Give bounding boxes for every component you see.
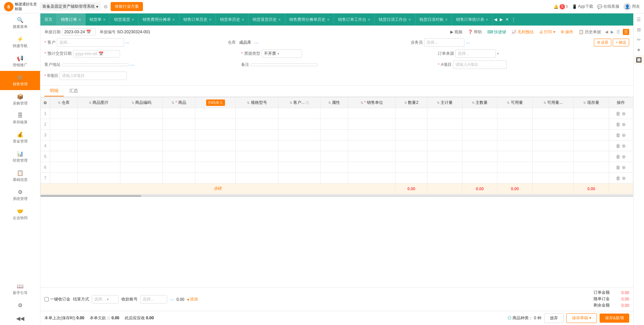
nav-prev-icon[interactable]: ◀: [605, 30, 608, 34]
tab-sales-slip[interactable]: 销货单 ✕: [85, 13, 110, 26]
sidebar-item-enterprise[interactable]: 🤝 企业协同: [0, 205, 40, 224]
row-3-attribute[interactable]: [320, 130, 348, 140]
row-6-warehouse[interactable]: [50, 162, 78, 173]
row-2-product[interactable]: [163, 119, 195, 130]
row-6-unit[interactable]: [348, 162, 395, 173]
tab-sales-order[interactable]: 销售订单 ✕: [57, 13, 85, 26]
scrollbar-track[interactable]: [40, 195, 633, 197]
delete-icon[interactable]: 🗑: [616, 154, 620, 159]
tab-nav-close[interactable]: ✕: [504, 17, 510, 22]
row-6-qty2[interactable]: [395, 162, 427, 173]
tab-close-icon[interactable]: ✕: [278, 18, 281, 22]
profit-btn[interactable]: 📈 毛利预估: [510, 29, 535, 36]
row-4-customer-code[interactable]: [278, 140, 320, 151]
account-more-icon[interactable]: ···: [170, 297, 174, 302]
sidebar-item-quick-nav[interactable]: ⚡ 快捷导航: [0, 33, 40, 52]
sidebar-item-basic-info[interactable]: 📋 基础信息: [0, 166, 40, 186]
row-2-stock[interactable]: [574, 119, 609, 130]
tab-detail[interactable]: 明细: [44, 86, 64, 96]
row-1-qty2[interactable]: [395, 108, 427, 119]
row-2-unit[interactable]: [348, 119, 395, 130]
tab-order-workspace[interactable]: 销售订单工作台 ✕: [334, 13, 375, 26]
copy-icon[interactable]: ⊕: [622, 132, 626, 138]
delete-icon[interactable]: 🗑: [616, 165, 620, 170]
row-4-image[interactable]: [78, 140, 120, 151]
tab-order-stats[interactable]: 销售订单统计表 ✕: [452, 13, 493, 26]
row-7-qty2[interactable]: [395, 173, 427, 184]
row-4-main-qty[interactable]: [462, 140, 497, 151]
delivery-cal-icon[interactable]: 📅: [99, 51, 104, 56]
row-1-main-qty[interactable]: [462, 108, 497, 119]
row-6-main-qty[interactable]: [462, 162, 497, 173]
row-5-customer-code[interactable]: [278, 151, 320, 162]
row-3-customer-code[interactable]: [278, 130, 320, 140]
row-3-spec[interactable]: [236, 130, 278, 140]
order-source-input[interactable]: 选择...: [455, 49, 496, 58]
right-panel-btn-3[interactable]: ✏: [634, 35, 644, 44]
row-7-available[interactable]: [497, 173, 532, 184]
sidebar-item-inventory[interactable]: 🗄 库存核算: [0, 109, 40, 128]
online-service-btn[interactable]: 💬 在线客服: [597, 4, 619, 9]
row-2-code[interactable]: [120, 119, 162, 130]
sidebar-item-operations[interactable]: 📊 经营管理: [0, 147, 40, 166]
sidebar-collapse-btn[interactable]: ◀◀: [0, 312, 40, 325]
tab-close-icon[interactable]: ✕: [445, 18, 448, 22]
copy-icon[interactable]: ⊕: [622, 154, 626, 159]
row-6-code[interactable]: [120, 162, 162, 173]
row-1-stock[interactable]: [574, 108, 609, 119]
row-1-code[interactable]: [120, 108, 162, 119]
row-5-warehouse[interactable]: [50, 151, 78, 162]
save-new-btn[interactable]: 保存&新增: [600, 314, 629, 323]
right-panel-btn-4[interactable]: ★: [634, 45, 644, 54]
row-2-customer-code[interactable]: [278, 119, 320, 130]
row-6-customer-code[interactable]: [278, 162, 320, 173]
row-1-main-unit[interactable]: [427, 108, 462, 119]
row-5-main-unit[interactable]: [427, 151, 462, 162]
invoice-select[interactable]: 不开票 ▾: [262, 49, 302, 58]
row-3-code[interactable]: [120, 130, 162, 140]
row-2-warehouse[interactable]: [50, 119, 78, 130]
delete-icon[interactable]: 🗑: [616, 122, 620, 127]
row-5-unit[interactable]: [348, 151, 395, 162]
row-3-available[interactable]: [497, 130, 532, 140]
tab-daily-workspace[interactable]: 钱货日清工作台 ✕: [375, 13, 415, 26]
copy-icon[interactable]: ⊕: [622, 175, 626, 181]
row-4-code[interactable]: [120, 140, 162, 151]
sidebar-item-marketing[interactable]: 📢 营销推广: [0, 52, 40, 71]
row-1-unit[interactable]: [348, 108, 395, 119]
row-1-warehouse[interactable]: [50, 108, 78, 119]
row-1-customer-code[interactable]: [278, 108, 320, 119]
row-2-qty2[interactable]: [395, 119, 427, 130]
row-5-attribute[interactable]: [320, 151, 348, 162]
delete-icon[interactable]: 🗑: [616, 132, 620, 138]
row-6-spec[interactable]: [236, 162, 278, 173]
row-1-available2[interactable]: [532, 108, 574, 119]
row-1-available[interactable]: [497, 108, 532, 119]
row-5-product[interactable]: [163, 151, 195, 162]
scan-btn[interactable]: 扫码录入: [206, 99, 225, 106]
copy-icon[interactable]: ⊕: [622, 165, 626, 170]
sidebar-settings-btn[interactable]: ⚙: [0, 299, 40, 312]
right-panel-btn-2[interactable]: ⊞: [634, 25, 644, 34]
delete-icon[interactable]: 🗑: [616, 175, 620, 181]
tab-nav-menu[interactable]: ⋮: [510, 17, 517, 22]
row-6-available[interactable]: [497, 162, 532, 173]
row-2-spec[interactable]: [236, 119, 278, 130]
copy-icon[interactable]: ⊕: [622, 143, 626, 149]
grid-view-icon[interactable]: ☰: [616, 30, 620, 34]
right-panel-btn-1[interactable]: ☰: [634, 15, 644, 24]
system-title[interactable]: 装备及固定资产辅助管理系统 ▾: [40, 2, 101, 11]
app-download-btn[interactable]: 📱 App下载: [572, 4, 593, 9]
row-6-attribute[interactable]: [320, 162, 348, 173]
industry-btn[interactable]: 体验行业方案: [111, 2, 143, 11]
sidebar-item-sales[interactable]: 🛒 销售管理: [0, 71, 40, 90]
row-7-main-unit[interactable]: [427, 173, 462, 184]
row-5-available[interactable]: [497, 151, 532, 162]
tab-close-icon[interactable]: ✕: [241, 18, 244, 22]
row-1-attribute[interactable]: [320, 108, 348, 119]
row-6-available2[interactable]: [532, 162, 574, 173]
row-7-attribute[interactable]: [320, 173, 348, 184]
row-3-product[interactable]: [163, 130, 195, 140]
a-project-input[interactable]: 请输入A项目: [453, 60, 507, 69]
row-5-spec[interactable]: [236, 151, 278, 162]
